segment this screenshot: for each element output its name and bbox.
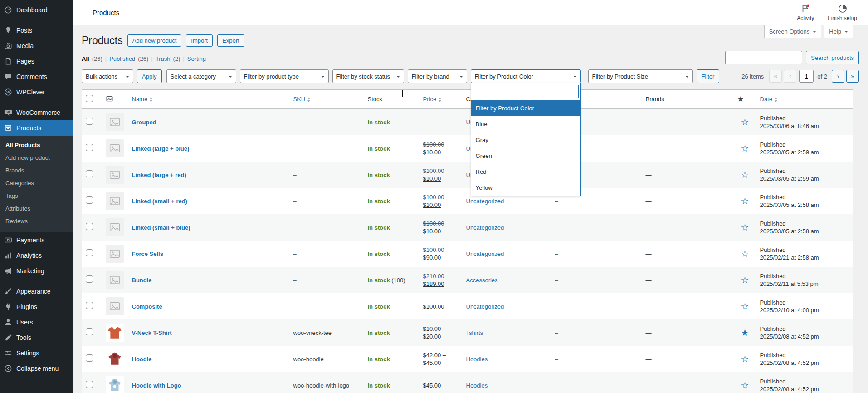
view-sorting[interactable]: Sorting <box>187 55 206 62</box>
product-name-link[interactable]: Hoodie <box>132 356 152 363</box>
row-checkbox[interactable] <box>86 302 93 309</box>
view-all[interactable]: All <box>82 55 89 62</box>
featured-star-outline[interactable]: ☆ <box>741 196 749 206</box>
screen-options-toggle[interactable]: Screen Options <box>764 25 822 38</box>
sidebar-item-media[interactable]: Media <box>0 38 73 54</box>
sidebar-item-pages[interactable]: Pages <box>0 54 73 69</box>
sidebar-item-marketing[interactable]: Marketing <box>0 263 73 279</box>
featured-star-outline[interactable]: ☆ <box>741 170 749 180</box>
sidebar-item-collapse-menu[interactable]: Collapse menu <box>0 361 73 376</box>
sidebar-item-woocommerce[interactable]: WWooCommerce <box>0 105 73 120</box>
featured-star-outline[interactable]: ☆ <box>741 275 749 285</box>
product-image-placeholder[interactable] <box>106 139 124 157</box>
row-checkbox[interactable] <box>86 144 93 151</box>
row-checkbox[interactable] <box>86 354 93 362</box>
sidebar-item-dashboard[interactable]: Dashboard <box>0 2 73 18</box>
featured-star-outline[interactable]: ☆ <box>741 380 749 390</box>
submenu-item-brands[interactable]: Brands <box>0 164 73 177</box>
export-button[interactable]: Export <box>217 34 244 47</box>
dropdown-option-yellow[interactable]: Yellow <box>471 180 580 196</box>
product-image[interactable] <box>106 324 124 342</box>
product-name-link[interactable]: Hoodie with Logo <box>132 382 181 389</box>
product-type-filter-select[interactable]: Filter by product type <box>240 69 329 83</box>
featured-star-outline[interactable]: ☆ <box>741 117 749 127</box>
last-page-button[interactable]: » <box>846 70 859 83</box>
product-image-placeholder[interactable] <box>106 271 124 289</box>
sidebar-item-settings[interactable]: Settings <box>0 345 73 361</box>
column-header-sku[interactable]: SKU <box>290 90 364 109</box>
dropdown-option-gray[interactable]: Gray <box>471 132 580 148</box>
product-name-link[interactable]: Linked (large + blue) <box>132 145 190 152</box>
sidebar-item-posts[interactable]: Posts <box>0 23 73 38</box>
first-page-button[interactable]: « <box>769 70 782 83</box>
row-checkbox[interactable] <box>86 275 93 283</box>
dropdown-search-input[interactable] <box>473 85 579 98</box>
sidebar-item-comments[interactable]: Comments <box>0 69 73 84</box>
product-image-placeholder[interactable] <box>106 192 124 210</box>
search-input[interactable] <box>725 51 802 64</box>
product-image-placeholder[interactable] <box>106 218 124 236</box>
bulk-actions-select[interactable]: Bulk actions <box>82 69 133 83</box>
product-image-placeholder[interactable] <box>106 113 124 131</box>
row-checkbox[interactable] <box>86 118 93 125</box>
prev-page-button[interactable]: ‹ <box>784 70 796 83</box>
submenu-item-categories[interactable]: Categories <box>0 177 73 190</box>
product-name-link[interactable]: Linked (large + red) <box>132 172 186 178</box>
featured-star-outline[interactable]: ☆ <box>741 249 749 259</box>
sidebar-item-appearance[interactable]: Appearance <box>0 284 73 299</box>
product-image-placeholder[interactable] <box>106 297 124 315</box>
product-name-link[interactable]: Force Sells <box>132 251 163 257</box>
sidebar-item-wpclever[interactable]: WWPClever <box>0 84 73 100</box>
sidebar-item-plugins[interactable]: Plugins <box>0 299 73 314</box>
category-link[interactable]: Uncategorized <box>466 198 504 205</box>
submenu-item-add-new-product[interactable]: Add new product <box>0 152 73 164</box>
column-header-price[interactable]: Price <box>419 90 463 109</box>
category-link[interactable]: Tshirts <box>466 329 483 336</box>
category-filter-select[interactable]: Select a category <box>166 69 236 83</box>
import-button[interactable]: Import <box>186 34 213 47</box>
apply-button[interactable]: Apply <box>137 69 162 83</box>
row-checkbox[interactable] <box>86 249 93 256</box>
stock-status-filter-select[interactable]: Filter by stock status <box>332 69 404 83</box>
product-name-link[interactable]: Linked (small + red) <box>132 198 187 205</box>
featured-star-outline[interactable]: ☆ <box>741 301 749 311</box>
column-header-featured[interactable]: ★ <box>734 90 756 109</box>
help-toggle[interactable]: Help <box>824 25 853 38</box>
finish-setup-button[interactable]: Finish setup <box>828 4 857 21</box>
view-published[interactable]: Published <box>109 55 135 62</box>
category-link[interactable]: Hoodies <box>466 356 488 363</box>
category-link[interactable]: Uncategorized <box>466 303 504 310</box>
product-image-placeholder[interactable] <box>106 245 124 263</box>
next-page-button[interactable]: › <box>832 70 844 83</box>
submenu-item-reviews[interactable]: Reviews <box>0 215 73 228</box>
row-checkbox[interactable] <box>86 170 93 177</box>
row-checkbox[interactable] <box>86 381 93 388</box>
product-image[interactable] <box>106 350 124 368</box>
sidebar-item-payments[interactable]: Payments <box>0 232 73 248</box>
featured-star-outline[interactable]: ☆ <box>741 143 749 153</box>
column-header-name[interactable]: Name <box>128 90 290 109</box>
activity-button[interactable]: Activity <box>797 4 814 21</box>
add-new-product-button[interactable]: Add new product <box>127 34 182 47</box>
submenu-item-attributes[interactable]: Attributes <box>0 202 73 215</box>
brand-filter-select[interactable]: Filter by brand <box>408 69 467 83</box>
product-name-link[interactable]: Bundle <box>132 277 152 284</box>
current-page-input[interactable] <box>799 70 814 83</box>
search-products-button[interactable]: Search products <box>806 51 859 64</box>
product-image[interactable] <box>106 376 124 393</box>
product-name-link[interactable]: Linked (small + blue) <box>132 224 190 231</box>
sidebar-item-users[interactable]: Users <box>0 314 73 330</box>
row-checkbox[interactable] <box>86 196 93 204</box>
row-checkbox[interactable] <box>86 328 93 335</box>
product-name-link[interactable]: V-Neck T-Shirt <box>132 329 172 336</box>
dropdown-option-filter-by-product-color[interactable]: Filter by Product Color <box>471 100 580 116</box>
filter-button[interactable]: Filter <box>697 69 720 83</box>
submenu-item-tags[interactable]: Tags <box>0 190 73 202</box>
sidebar-item-analytics[interactable]: Analytics <box>0 248 73 263</box>
color-filter-select[interactable]: Filter by Product Color <box>471 69 581 83</box>
select-all-checkbox[interactable] <box>86 95 93 102</box>
dropdown-option-blue[interactable]: Blue <box>471 116 580 132</box>
featured-star-outline[interactable]: ☆ <box>741 354 749 364</box>
sidebar-item-tools[interactable]: Tools <box>0 330 73 345</box>
product-name-link[interactable]: Composite <box>132 303 162 310</box>
